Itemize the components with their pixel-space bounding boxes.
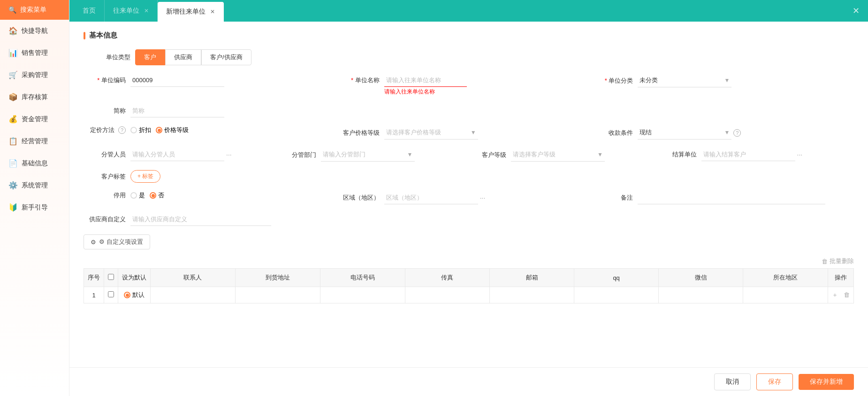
department-select[interactable]: 请输入分管部门 ▼	[321, 148, 415, 162]
supplier-custom-input[interactable]	[130, 213, 271, 226]
delete-row-icon[interactable]: 🗑	[844, 291, 850, 298]
fax-input[interactable]	[409, 292, 486, 299]
row-checkbox[interactable]	[108, 291, 114, 297]
cancel-button[interactable]: 取消	[714, 373, 751, 390]
unit-type-customer[interactable]: 客户	[135, 49, 165, 65]
row-manager: 分管人员 ··· 分管部门 请输入分管部门 ▼ 客户等级 请选择客户等级 ▼	[88, 148, 849, 162]
supplier-custom-label: 供应商自定义	[88, 215, 126, 224]
field-abbr: 简称	[88, 104, 849, 117]
col-wechat: 微信	[659, 269, 743, 287]
phone-input[interactable]	[324, 292, 401, 299]
pricing-label: 定价方法 ?	[88, 126, 126, 134]
region-label: 区域（地区）	[342, 194, 380, 202]
qq-input[interactable]	[578, 292, 655, 299]
select-all-checkbox[interactable]	[108, 274, 114, 280]
default-radio[interactable]: 默认	[122, 291, 146, 299]
close-all-tabs[interactable]: ✕	[849, 6, 863, 16]
sidebar-item-sales[interactable]: 📊 销售管理	[0, 42, 69, 64]
row-pricing: 定价方法 ? 折扣 价格等级	[88, 126, 849, 140]
add-tag-button[interactable]: + 标签	[130, 170, 160, 183]
tab-partners[interactable]: 往来单位 ✕	[105, 0, 158, 22]
field-supplier-custom: 供应商自定义	[88, 213, 849, 226]
box-icon: 📦	[8, 93, 18, 101]
field-department: 分管部门 请输入分管部门 ▼	[279, 148, 469, 162]
unit-name-input[interactable]	[384, 74, 467, 87]
no-radio-circle	[150, 192, 156, 199]
sidebar-item-guide[interactable]: 🔰 新手引导	[0, 196, 69, 218]
sidebar-item-system[interactable]: ⚙️ 系统管理	[0, 174, 69, 196]
row-abbr: 简称	[88, 104, 849, 117]
title-bar	[84, 32, 85, 39]
search-menu[interactable]: 🔍 搜索菜单	[0, 0, 69, 20]
unit-code-label: 单位编码	[88, 76, 126, 85]
col-contact: 联系人	[151, 269, 236, 287]
sidebar-item-basic-info[interactable]: 📄 基础信息	[0, 152, 69, 174]
price-level-label: 客户价格等级	[342, 129, 380, 137]
sidebar-item-finance[interactable]: 💰 资金管理	[0, 108, 69, 130]
table-section: 🗑 批量删除 序号 设为默认 联系人 到货地址 电话号码 传真 邮箱 qq	[84, 257, 854, 303]
remark-input[interactable]	[638, 191, 825, 204]
field-region: 区域（地区） ···	[342, 191, 596, 204]
cell-seq: 1	[84, 287, 104, 303]
bottom-bar: 取消 保存 保存并新增	[69, 367, 868, 396]
settlement-more-icon[interactable]: ···	[797, 151, 803, 158]
cell-address	[235, 287, 320, 303]
batch-delete-button[interactable]: 🗑 批量删除	[822, 257, 854, 265]
disable-no[interactable]: 否	[150, 191, 164, 200]
default-radio-dot	[126, 294, 129, 297]
manager-input[interactable]	[130, 148, 224, 161]
customer-level-select[interactable]: 请选择客户等级 ▼	[511, 148, 605, 162]
sidebar-item-purchase[interactable]: 🛒 采购管理	[0, 64, 69, 86]
unit-type-both[interactable]: 客户/供应商	[201, 49, 251, 65]
close-partners-tab[interactable]: ✕	[144, 8, 149, 14]
cell-contact	[151, 287, 236, 303]
department-label: 分管部门	[279, 151, 316, 159]
manager-more-icon[interactable]: ···	[226, 151, 232, 158]
payment-terms-help-icon[interactable]: ?	[733, 129, 741, 137]
unit-type-supplier[interactable]: 供应商	[165, 49, 201, 65]
unit-category-select[interactable]: 未分类 ▼	[638, 74, 731, 87]
price-level-select[interactable]: 请选择客户价格等级 ▼	[384, 126, 478, 140]
row-supplier-custom: 供应商自定义	[88, 213, 849, 226]
row-disable: 停用 是 否	[88, 191, 849, 204]
pricing-help-icon[interactable]: ?	[118, 126, 126, 134]
doc-icon: 📋	[8, 137, 18, 146]
form-content: 基本信息 单位类型 客户 供应商 客户/供应商 单位编码	[69, 22, 868, 367]
region-more-icon[interactable]: ···	[480, 194, 486, 202]
field-disable: 停用 是 否	[88, 191, 342, 200]
settings-icon: ⚙	[91, 239, 96, 246]
unit-code-input[interactable]	[130, 74, 224, 87]
no-radio-dot	[152, 194, 155, 197]
tab-new-partner[interactable]: 新增往来单位 ✕	[158, 2, 224, 22]
payment-terms-select[interactable]: 现结 ▼	[638, 126, 731, 140]
field-settlement: 结算单位 ···	[659, 148, 850, 161]
disable-yes[interactable]: 是	[130, 191, 145, 200]
sidebar-item-quick-nav[interactable]: 🏠 快捷导航	[0, 20, 69, 42]
settlement-input[interactable]	[701, 148, 795, 161]
sidebar-item-inventory[interactable]: 📦 库存核算	[0, 86, 69, 108]
gear-icon: ⚙️	[8, 181, 18, 190]
wechat-input[interactable]	[662, 292, 739, 299]
close-new-partner-tab[interactable]: ✕	[210, 8, 215, 15]
custom-settings-button[interactable]: ⚙ ⚙ 自定义项设置	[84, 234, 150, 249]
search-icon: 🔍	[8, 6, 16, 14]
sidebar-item-operations[interactable]: 📋 经营管理	[0, 130, 69, 152]
pricing-level[interactable]: 价格等级	[156, 126, 189, 134]
row-region-input[interactable]	[747, 292, 824, 299]
tab-home[interactable]: 首页	[74, 0, 105, 22]
abbr-input[interactable]	[130, 104, 224, 117]
pricing-discount[interactable]: 折扣	[130, 126, 151, 134]
manager-label: 分管人员	[88, 150, 126, 159]
abbr-label: 简称	[88, 107, 126, 115]
price-level-chevron: ▼	[471, 129, 476, 136]
unit-type-row: 单位类型 客户 供应商 客户/供应商	[88, 49, 849, 65]
save-button[interactable]: 保存	[756, 373, 793, 390]
address-input[interactable]	[239, 292, 316, 299]
region-input[interactable]	[384, 191, 478, 204]
add-row-icon[interactable]: ＋	[832, 291, 838, 298]
contact-input[interactable]	[154, 292, 231, 299]
save-new-button[interactable]: 保存并新增	[799, 374, 854, 390]
cell-checkbox	[104, 287, 118, 303]
email-input[interactable]	[494, 292, 570, 299]
field-unit-code: 单位编码	[88, 74, 342, 87]
